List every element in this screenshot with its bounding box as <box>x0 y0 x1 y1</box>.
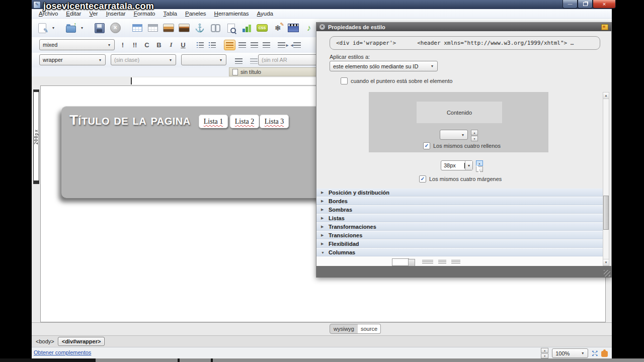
element-class-combo[interactable]: (sin clase)▾ <box>111 54 176 65</box>
insert-image-button[interactable] <box>162 21 175 35</box>
margin-value-combo[interactable]: 38px ▾ <box>441 160 473 170</box>
section-transiciones[interactable]: ▶Transiciones <box>316 231 603 240</box>
app-icon: ✎ <box>33 1 41 9</box>
block-spacing-button[interactable] <box>248 55 259 66</box>
css-button[interactable]: CSS <box>256 21 269 35</box>
chevron-down-icon: ▾ <box>219 58 223 62</box>
columns-option-icon[interactable] <box>438 260 446 264</box>
italic-button[interactable]: I <box>166 39 177 50</box>
chart-button[interactable] <box>240 21 253 35</box>
panel-resize-bar[interactable] <box>316 266 611 278</box>
justify-button[interactable] <box>261 39 272 50</box>
page-heading[interactable]: Título de la pagina <box>69 112 191 128</box>
line-spacing-icon <box>235 58 243 64</box>
columns-count-input[interactable] <box>392 258 409 266</box>
section-flexibilidad[interactable]: ▶Flexibilidad <box>316 240 603 248</box>
breadcrumb-body[interactable]: <body> <box>36 338 54 344</box>
apply-styles-label: Aplicar estilos a: <box>330 54 370 60</box>
open-file-button[interactable]: ↑ <box>64 21 77 35</box>
save-button[interactable] <box>93 21 106 35</box>
bullet-list-button[interactable] <box>195 39 206 50</box>
indent-button[interactable]: ▸ <box>278 39 289 50</box>
menu-ayuda[interactable]: Ayuda <box>253 10 277 17</box>
table-properties-button[interactable] <box>146 21 159 35</box>
dock-panel-icon[interactable] <box>601 24 608 30</box>
ruler-label: 200px <box>34 129 39 145</box>
section-bordes[interactable]: ▶Bordes <box>316 197 603 206</box>
stylesheet-editor-button[interactable]: ❄✎ <box>271 21 284 35</box>
chart-icon <box>243 24 251 32</box>
emphasis-button[interactable]: ! <box>117 39 128 50</box>
minimize-button[interactable]: — <box>562 0 578 9</box>
section-posicion[interactable]: ▶Posición y distribución <box>316 189 603 197</box>
scrollbar-thumb[interactable] <box>603 196 609 230</box>
columns-option-icon[interactable] <box>422 260 433 264</box>
scroll-up-icon[interactable]: ▲ <box>603 93 609 99</box>
selector-code-box[interactable]: <div id='wrapper'><header xmlns="http://… <box>330 36 600 50</box>
section-transformaciones[interactable]: ▶Transformaciones <box>316 223 603 231</box>
new-document-dropdown[interactable]: ▾ <box>51 26 55 30</box>
menu-tabla[interactable]: Tabla <box>159 10 182 17</box>
image-properties-button[interactable] <box>178 21 191 35</box>
paragraph-format-combo[interactable]: mixed▾ <box>39 39 115 50</box>
bold-button[interactable]: B <box>153 39 165 50</box>
insert-video-button[interactable] <box>287 21 300 35</box>
section-columnas[interactable]: ▼Columnas <box>316 248 603 257</box>
columns-option-icon[interactable] <box>451 260 460 264</box>
nav-button-lista1[interactable]: Lista 1 <box>199 115 228 128</box>
resize-grip-icon[interactable] <box>604 270 610 277</box>
restore-button[interactable] <box>578 0 593 9</box>
menu-herramientas[interactable]: Herramientas <box>210 10 253 17</box>
insert-table-button[interactable] <box>131 21 144 35</box>
insert-audio-button[interactable]: ♪ <box>302 21 315 35</box>
spin-down-icon: ▼ <box>541 353 548 358</box>
panel-close-icon[interactable]: × <box>319 24 325 30</box>
wysiwyg-tab[interactable]: wysiwyg <box>330 324 358 334</box>
chevron-right-icon: ▶ <box>321 225 325 229</box>
nav-button-lista3[interactable]: Lista 3 <box>260 115 289 128</box>
addons-icon[interactable] <box>601 351 608 357</box>
zoom-stepper[interactable]: ▲ ▼ <box>541 348 548 358</box>
code-button[interactable]: C <box>141 39 152 50</box>
preview-button[interactable] <box>224 21 237 35</box>
source-tab[interactable]: source <box>358 324 381 334</box>
chevron-down-icon: ▾ <box>107 43 111 47</box>
numbered-list-button[interactable] <box>207 39 218 50</box>
hover-checkbox[interactable] <box>341 77 348 84</box>
content-box: Contenido <box>417 102 502 123</box>
open-file-dropdown[interactable]: ▾ <box>80 26 84 30</box>
nav-button-lista2[interactable]: Lista 2 <box>230 115 259 128</box>
insert-anchor-button[interactable]: ⚓ <box>193 21 206 35</box>
align-left-button[interactable] <box>224 40 235 50</box>
panel-scrollbar[interactable]: ▲ ▼ <box>603 92 609 266</box>
close-button[interactable]: × <box>593 0 616 9</box>
insert-link-button[interactable] <box>209 21 222 35</box>
panel-header[interactable]: × Propiedades de estilo <box>316 23 611 31</box>
element-id-combo[interactable]: wrapper▾ <box>39 54 106 65</box>
section-listas[interactable]: ▶Listas <box>316 214 603 223</box>
align-center-icon <box>238 42 246 48</box>
underline-button[interactable]: U <box>178 39 189 50</box>
get-addons-link[interactable]: Obtener complementos <box>34 349 91 355</box>
new-document-button[interactable]: ✎ <box>36 21 49 35</box>
strong-button[interactable]: !! <box>129 39 140 50</box>
fullscreen-button[interactable]: ↖↗ ↙↘ <box>592 350 598 356</box>
chevron-right-icon: ▶ <box>321 191 325 195</box>
padding-stepper[interactable]: ▲▼ <box>471 130 478 141</box>
scroll-down-icon[interactable]: ▼ <box>603 259 609 265</box>
line-spacing-button[interactable] <box>233 55 244 66</box>
stop-button[interactable]: × <box>109 21 122 35</box>
align-center-button[interactable] <box>236 39 248 50</box>
breadcrumb-selected[interactable]: <div#wrapper> <box>58 337 105 346</box>
padding-value-combo[interactable]: ▾ <box>440 130 468 140</box>
menu-paneles[interactable]: Paneles <box>181 10 210 17</box>
margin-same-checkbox[interactable]: ✓ <box>419 175 426 183</box>
apply-selector-combo[interactable]: este elemento sólo mediante su ID▾ <box>330 61 438 71</box>
zoom-combo[interactable]: 100%▾ <box>552 348 588 358</box>
align-right-button[interactable] <box>249 39 260 50</box>
padding-same-checkbox[interactable]: ✓ <box>423 142 430 149</box>
element-lang-combo[interactable]: ▾ <box>181 54 226 65</box>
hover-label: cuando el puntero está sobre el elemento <box>351 78 452 84</box>
section-sombras[interactable]: ▶Sombras <box>316 206 603 214</box>
outdent-button[interactable]: ◂ <box>290 39 301 50</box>
